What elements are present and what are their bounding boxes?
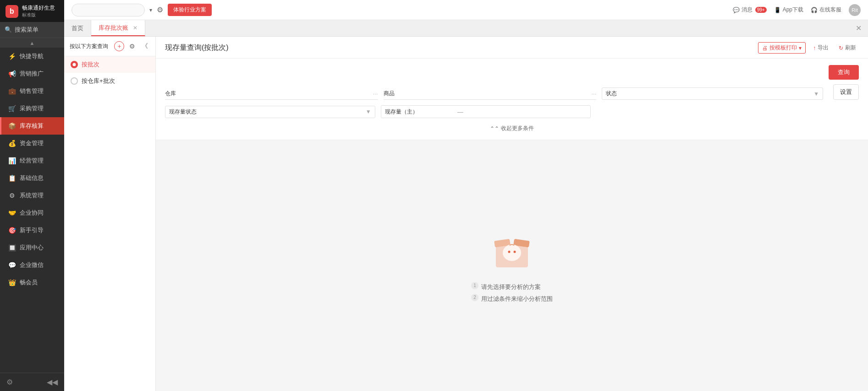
refresh-btn[interactable]: ↻ 刷新: [836, 43, 859, 53]
online-service-btn[interactable]: 🎧 在线客服: [811, 6, 841, 14]
sidebar-item-marketing[interactable]: 📢 营销推广: [0, 65, 64, 82]
message-icon: 💬: [733, 7, 740, 13]
sidebar-item-weixin[interactable]: 💬 企业微信: [0, 256, 64, 274]
collapse-more-btn[interactable]: ⌃⌃ 收起更多条件: [165, 122, 859, 133]
topbar: ▾ ⚙ 体验行业方案 💬 消息 99+ 📱 App下载 🎧 在线客服 Rit: [64, 0, 868, 20]
left-panel: 按以下方案查询 ＋ ⚙ 《 按批次 按仓库+批次: [64, 37, 156, 391]
messages-btn[interactable]: 💬 消息 99+: [733, 6, 767, 14]
sidebar-item-operations[interactable]: 📊 经营管理: [0, 152, 64, 169]
sidebar-item-member[interactable]: 👑 畅会员: [0, 274, 64, 291]
tab-home-label: 首页: [71, 24, 83, 33]
sidebar-item-label: 销售管理: [20, 87, 44, 95]
topbar-dropdown-arrow[interactable]: ▾: [149, 7, 152, 13]
user-avatar: Rit: [849, 4, 861, 16]
goods-input[interactable]: [396, 89, 592, 98]
sidebar-item-label: 快捷导航: [20, 52, 44, 60]
status-arrow-icon[interactable]: ▼: [813, 91, 819, 97]
print-dropdown-icon[interactable]: ▾: [799, 45, 802, 51]
sidebar-item-basics[interactable]: 📋 基础信息: [0, 169, 64, 187]
tab-home[interactable]: 首页: [64, 20, 91, 36]
collapse-label: 收起更多条件: [501, 125, 534, 132]
warehouse-input[interactable]: [178, 89, 373, 98]
warehouse-label: 仓库: [165, 90, 178, 98]
query-btn[interactable]: 查询: [829, 65, 859, 80]
sidebar-item-system[interactable]: ⚙ 系统管理: [0, 187, 64, 204]
scheme-settings-btn[interactable]: ⚙: [127, 41, 137, 51]
user-name: Rit: [852, 7, 857, 13]
template-print-btn[interactable]: 🖨 按模板打印 ▾: [758, 42, 806, 54]
scroll-up-btn[interactable]: ▲: [0, 38, 64, 48]
sidebar-item-label: 采购管理: [20, 104, 44, 113]
export-label: 导出: [818, 44, 829, 52]
sidebar-item-label: 企业协同: [20, 209, 44, 217]
tab-close-btn[interactable]: ✕: [133, 25, 137, 31]
export-icon: ↑: [813, 45, 816, 51]
sidebar-item-purchase[interactable]: 🛒 采购管理: [0, 100, 64, 117]
add-scheme-btn[interactable]: ＋: [114, 41, 124, 51]
sidebar-item-finance[interactable]: 💰 资金管理: [0, 135, 64, 152]
messages-badge: 99+: [755, 7, 767, 13]
system-icon: ⚙: [8, 192, 16, 199]
warehouse-more-btn[interactable]: ···: [373, 90, 378, 97]
left-panel-item-batch[interactable]: 按批次: [64, 56, 155, 73]
weixin-icon: 💬: [8, 261, 16, 269]
sidebar-item-label: 资金管理: [20, 139, 44, 147]
empty-hint-1: 请先选择要分析的方案: [481, 281, 541, 293]
sidebar-item-quick-nav[interactable]: ⚡ 快捷导航: [0, 48, 64, 65]
goods-field: 商品 ···: [384, 89, 597, 100]
sidebar-item-guide[interactable]: 🎯 新手引导: [0, 222, 64, 239]
sidebar-item-app-center[interactable]: 🔲 应用中心: [0, 239, 64, 256]
app-download-btn[interactable]: 📱 App下载: [774, 6, 803, 14]
topbar-settings-icon[interactable]: ⚙: [157, 5, 163, 14]
svg-point-5: [508, 251, 511, 253]
sidebar-nav: ⚡ 快捷导航 📢 营销推广 💼 销售管理 🛒 采购管理 📦 库存核算 💰 资金管…: [0, 48, 64, 373]
export-btn[interactable]: ↑ 导出: [810, 43, 831, 53]
topbar-search-input[interactable]: [71, 4, 145, 16]
left-panel-title: 按以下方案查询: [70, 43, 108, 50]
online-service-label: 在线客服: [819, 6, 841, 14]
sidebar-item-inventory[interactable]: 📦 库存核算: [0, 117, 64, 135]
content-area: 按以下方案查询 ＋ ⚙ 《 按批次 按仓库+批次: [64, 37, 868, 391]
marketing-icon: 📢: [8, 70, 16, 77]
empty-hints: 1 请先选择要分析的方案 2 用过滤条件来缩小分析范围: [471, 281, 553, 305]
operations-icon: 📊: [8, 157, 16, 164]
sidebar-search-label: 搜索菜单: [15, 26, 38, 34]
collapse-arrow-icon: ⌃⌃: [490, 125, 499, 132]
left-panel-item-label: 按仓库+批次: [82, 77, 115, 85]
app-logo: b: [5, 5, 18, 18]
topbar-left: ▾ ⚙ 体验行业方案: [71, 4, 212, 16]
page-title: 现存量查询(按批次): [165, 43, 229, 53]
filter-settings-btn[interactable]: 设置: [833, 84, 859, 100]
inventory-icon: 📦: [8, 122, 16, 130]
stock-qty-max-input[interactable]: [466, 108, 503, 116]
member-icon: 👑: [8, 279, 16, 286]
sidebar-item-label: 基础信息: [20, 174, 44, 182]
stock-qty-min-input[interactable]: [418, 108, 455, 116]
print-label: 按模板打印: [769, 44, 797, 52]
app-download-icon: 📱: [774, 7, 781, 13]
filter-action-btns: 查询 设置: [829, 65, 859, 100]
basics-icon: 📋: [8, 174, 16, 182]
empty-hint-2: 用过滤条件来缩小分析范围: [481, 293, 553, 305]
sidebar-item-enterprise[interactable]: 🤝 企业协同: [0, 204, 64, 222]
tab-inventory-batch-label: 库存批次账: [99, 24, 128, 32]
tab-panel-close-btn[interactable]: ✕: [849, 24, 868, 33]
user-avatar-btn[interactable]: Rit: [849, 4, 861, 16]
goods-more-btn[interactable]: ···: [592, 90, 597, 97]
experience-btn[interactable]: 体验行业方案: [168, 4, 212, 16]
stock-status-arrow[interactable]: ▼: [366, 109, 371, 115]
filter-area: 仓库 ··· 商品 ··· 状态 ▼: [156, 59, 868, 140]
collapse-left-btn[interactable]: 《: [140, 41, 150, 51]
tab-inventory-batch[interactable]: 库存批次账 ✕: [91, 20, 145, 36]
settings-footer-icon[interactable]: ⚙: [6, 378, 13, 386]
sidebar-search[interactable]: 🔍 搜索菜单: [0, 22, 64, 38]
sidebar-item-label: 畅会员: [20, 278, 38, 287]
left-panel-item-warehouse-batch[interactable]: 按仓库+批次: [64, 73, 155, 89]
hint-num-2: 2: [471, 294, 478, 301]
stock-qty-field: 现存量（主） —: [381, 105, 591, 118]
left-panel-header-actions: ＋ ⚙ 《: [114, 41, 150, 51]
page-actions: 🖨 按模板打印 ▾ ↑ 导出 ↻ 刷新: [758, 42, 859, 54]
collapse-sidebar-btn[interactable]: ◀◀: [47, 378, 58, 386]
app-brand: 畅康通好生意: [22, 5, 55, 12]
sidebar-item-sales[interactable]: 💼 销售管理: [0, 82, 64, 100]
